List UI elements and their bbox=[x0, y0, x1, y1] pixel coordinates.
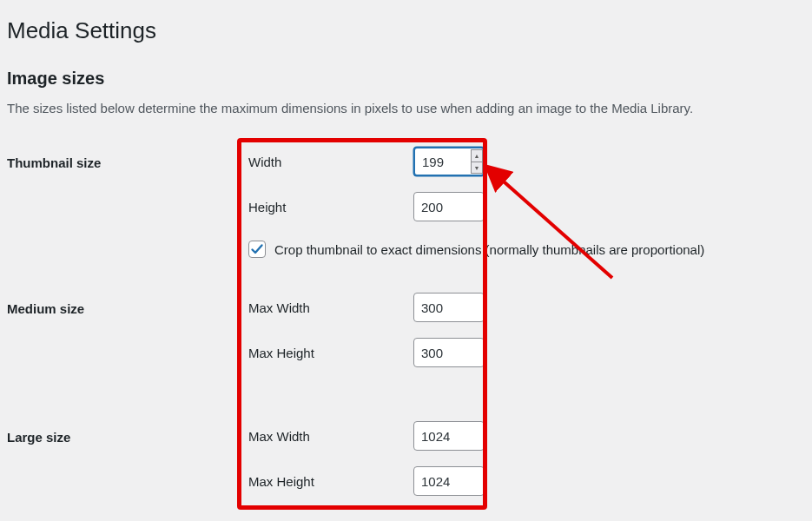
large-width-input[interactable] bbox=[413, 421, 485, 451]
number-stepper[interactable]: ▲ ▼ bbox=[471, 148, 483, 175]
large-height-label: Max Height bbox=[248, 474, 413, 489]
checkmark-icon bbox=[250, 242, 264, 256]
thumbnail-height-label: Height bbox=[248, 200, 413, 214]
thumbnail-crop-label[interactable]: Crop thumbnail to exact dimensions (norm… bbox=[274, 242, 704, 257]
thumbnail-width-label: Width bbox=[248, 155, 413, 169]
page-title: Media Settings bbox=[7, 17, 805, 44]
thumbnail-height-input[interactable] bbox=[413, 192, 485, 221]
section-description: The sizes listed below determine the max… bbox=[7, 101, 805, 115]
stepper-down-icon[interactable]: ▼ bbox=[471, 162, 483, 174]
medium-size-heading: Medium size bbox=[7, 293, 248, 316]
medium-height-input[interactable] bbox=[413, 338, 485, 367]
section-heading: Image sizes bbox=[7, 69, 805, 89]
thumbnail-crop-checkbox[interactable] bbox=[248, 241, 266, 258]
stepper-up-icon[interactable]: ▲ bbox=[471, 149, 483, 162]
medium-width-input[interactable] bbox=[413, 293, 485, 322]
thumbnail-size-heading: Thumbnail size bbox=[7, 147, 248, 170]
large-height-input[interactable] bbox=[413, 466, 485, 496]
medium-height-label: Max Height bbox=[248, 346, 413, 360]
medium-width-label: Max Width bbox=[248, 300, 413, 315]
large-size-heading: Large size bbox=[7, 421, 248, 445]
large-width-label: Max Width bbox=[248, 429, 413, 444]
